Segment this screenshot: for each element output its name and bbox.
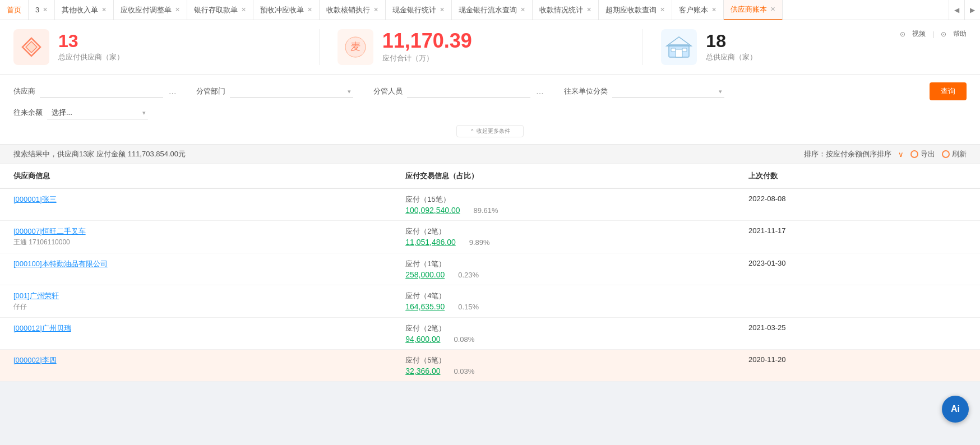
nav-tab-ar-ap-adjust[interactable]: 应收应付调整单 ✕ [114,0,187,20]
supplier-input[interactable] [40,85,163,98]
amount-value: 11,170.39 [382,31,472,51]
close-icon[interactable]: ✕ [440,6,445,13]
total-value: 18 [706,32,757,50]
nav-tab-3[interactable]: 3 ✕ [29,0,55,20]
supplier-link[interactable]: [000012]广州贝瑞 [13,324,71,332]
search-button[interactable]: 查询 [930,82,967,100]
col-header-supplier: 供应商信息 [0,164,392,188]
pay-amount-row: 11,051,486.009.89% [405,238,722,247]
supplier-cell: [001]广州荣轩仔仔 [0,285,392,318]
payment-cell: 应付（5笔）32,366.000.03% [392,350,735,382]
nav-tab-label: 3 [35,6,39,14]
table-row: [000001]张三应付（15笔）100,092,540.0089.61%202… [0,188,980,221]
nav-arrow-left[interactable]: ◀ [949,0,964,20]
pay-label: 应付（1笔） [405,259,722,269]
filter-dept: 分管部门 [196,85,353,98]
nav-tab-cash-flow[interactable]: 现金银行流水查询 ✕ [452,0,533,20]
close-icon[interactable]: ✕ [660,6,665,13]
close-icon[interactable]: ✕ [241,6,246,13]
supplier-link[interactable]: [000002]李四 [13,356,57,364]
nav-tab-collection-stat[interactable]: 收款情况统计 ✕ [533,0,599,20]
close-icon[interactable]: ✕ [520,6,525,13]
nav-arrow-right[interactable]: ▶ [964,0,980,20]
dept-select-wrapper [230,85,353,98]
refresh-label: 刷新 [952,149,967,159]
nav-arrows: ◀ ▶ [949,0,980,20]
close-icon[interactable]: ✕ [307,6,312,13]
collapse-label: 收起更多条件 [477,127,510,135]
svg-text:麦: 麦 [350,41,360,52]
nav-tab-label: 首页 [7,5,21,15]
filter-supplier: 供应商 ... [13,85,176,98]
pay-amount[interactable]: 164,635.90 [405,302,445,311]
close-icon[interactable]: ✕ [711,6,716,13]
sort-label: 排序：按应付余额倒序排序 [804,149,891,159]
nav-tab-supplier-ledger[interactable]: 供应商账本 ✕ [724,0,783,20]
supplier-dots: ... [169,86,176,96]
supplier-link[interactable]: [000100]本特勤油品有限公司 [13,259,108,268]
pay-amount[interactable]: 94,600.00 [405,335,440,344]
close-icon[interactable]: ✕ [175,6,180,13]
pay-percentage: 0.23% [458,271,479,279]
supplier-link[interactable]: [001]广州荣轩 [13,291,59,300]
nav-tab-collection[interactable]: 收款核销执行 ✕ [320,0,386,20]
amount-label: 应付合计（万） [382,53,472,63]
supplier-link[interactable]: [000007]恒旺二手叉车 [13,227,86,235]
pay-amount-row: 164,635.900.15% [405,302,722,311]
svg-rect-8 [682,48,687,52]
nav-tab-customer-ledger[interactable]: 客户账本 ✕ [672,0,724,20]
supplier-link[interactable]: [000001]张三 [13,195,57,203]
store-icon [661,29,697,65]
nav-tab-prepay[interactable]: 预收冲应收单 ✕ [253,0,320,20]
export-label: 导出 [921,149,935,159]
balance-select-wrapper: 选择... [47,106,148,119]
balance-label: 往来余额 [13,108,43,118]
wheat-icon: 麦 [338,29,373,65]
help-link[interactable]: 帮助 [953,29,967,39]
table-row: [000100]本特勤油品有限公司应付（1笔）258,000.000.23%20… [0,253,980,285]
category-select[interactable] [612,85,724,98]
nav-tab-bank[interactable]: 银行存取款单 ✕ [187,0,253,20]
close-icon[interactable]: ✕ [101,6,107,13]
pay-amount-row: 94,600.000.08% [405,335,722,344]
nav-tab-overdue[interactable]: 超期应收款查询 ✕ [599,0,672,20]
table-row: [000012]广州贝瑞应付（2笔）94,600.000.08%2021-03-… [0,318,980,350]
pay-amount[interactable]: 258,000.00 [405,270,445,279]
nav-tab-label: 其他收入单 [62,5,98,15]
pay-label: 应付（2笔） [405,323,722,333]
col-header-lastpay: 上次付数 [735,164,980,188]
pay-label: 应付（5笔） [405,355,722,365]
collapse-arrow: ⌃ [470,128,474,135]
summary-card-amount: 麦 11,170.39 应付合计（万） [319,29,643,65]
pay-amount[interactable]: 11,051,486.00 [405,238,456,247]
nav-tab-cash-bank-stat[interactable]: 现金银行统计 ✕ [386,0,452,20]
last-pay-cell [735,285,980,318]
supplier-cell: [000012]广州贝瑞 [0,318,392,350]
card-content-suppliers: 13 总应付供应商（家） [58,32,124,62]
close-icon[interactable]: ✕ [43,6,48,13]
close-icon[interactable]: ✕ [373,6,378,13]
pay-amount[interactable]: 100,092,540.00 [405,206,460,215]
table-row: [000002]李四应付（5笔）32,366.000.03%2020-11-20 [0,350,980,382]
pay-amount[interactable]: 32,366.00 [405,367,440,376]
diamond-icon [13,29,49,65]
person-input[interactable] [407,85,530,98]
video-link[interactable]: 视频 [912,29,926,39]
top-navigation: 首页 3 ✕ 其他收入单 ✕ 应收应付调整单 ✕ 银行存取款单 ✕ 预收冲应收单… [0,0,980,20]
export-button[interactable]: 导出 [910,149,935,159]
nav-tab-label: 现金银行统计 [392,5,436,15]
close-icon[interactable]: ✕ [586,6,591,13]
filter-person: 分管人员 ... [373,85,543,98]
collapse-button[interactable]: ⌃ 收起更多条件 [456,125,524,137]
refresh-button[interactable]: 刷新 [942,149,967,159]
pay-label: 应付（2笔） [405,226,722,237]
close-icon[interactable]: ✕ [770,6,775,13]
nav-tab-home[interactable]: 首页 [0,0,29,20]
suppliers-label: 总应付供应商（家） [58,52,124,62]
collapse-area: ⌃ 收起更多条件 [13,125,967,137]
balance-select[interactable]: 选择... [47,106,148,119]
filter-category: 往来单位分类 [564,85,724,98]
dept-select[interactable] [230,85,353,98]
sort-arrow[interactable]: ∨ [898,150,904,159]
nav-tab-other-income[interactable]: 其他收入单 ✕ [55,0,114,20]
